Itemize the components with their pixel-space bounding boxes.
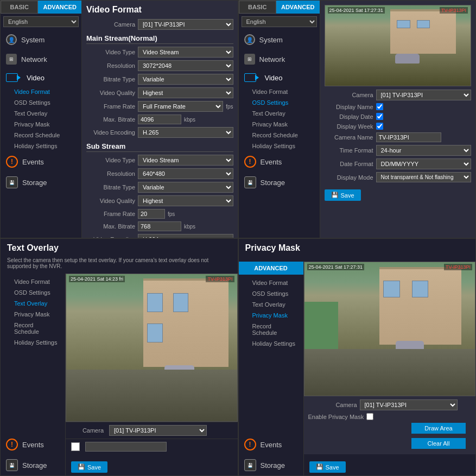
sub-video-encoding-label: Video Encoding — [86, 236, 135, 238]
sub-item-video-format-p1[interactable]: Video Format — [9, 86, 81, 97]
tab-advanced-p4[interactable]: ADVANCED — [239, 262, 303, 275]
draw-area-button[interactable]: Draw Area — [411, 423, 466, 434]
sub-item-holiday-p1[interactable]: Holiday Settings — [9, 141, 81, 151]
sidebar-item-storage-p1[interactable]: 💾 Storage — [1, 172, 81, 193]
video-icon-p1 — [6, 73, 18, 82]
display-date-checkbox[interactable] — [376, 113, 383, 120]
sub-item-privacy-mask-p2[interactable]: Privacy Mask — [247, 119, 320, 130]
save-button-p4[interactable]: 💾 Save — [309, 461, 346, 473]
bitrate-type-row-p1: Bitrate Type Variable — [86, 74, 233, 85]
sidebar-item-system-p1[interactable]: 👤 System — [1, 30, 81, 49]
building-window-p3-3 — [147, 323, 162, 342]
language-select-p2[interactable]: English — [242, 16, 317, 27]
sub-video-encoding-select[interactable]: H.264 — [138, 234, 233, 238]
enable-privacy-checkbox[interactable] — [366, 413, 373, 420]
sub-item-text-overlay-p3[interactable]: Text Overlay — [9, 298, 65, 309]
sidebar-item-storage-p2[interactable]: 💾 Storage — [239, 172, 320, 193]
sidebar-item-storage-p3[interactable]: 💾 Storage — [1, 455, 65, 475]
date-format-row: Date Format DD/MM/YYYY — [325, 158, 472, 169]
sub-video-type-select[interactable]: Video Stream — [138, 155, 233, 166]
tab-advanced-p1[interactable]: ADVANCED — [38, 1, 81, 14]
sub-item-text-overlay-p1[interactable]: Text Overlay — [9, 108, 81, 119]
sub-item-osd-p2[interactable]: OSD Settings — [247, 97, 320, 108]
sub-item-privacy-mask-p3[interactable]: Privacy Mask — [9, 309, 65, 320]
clear-all-button[interactable]: Clear All — [411, 438, 466, 449]
time-format-label: Time Format — [325, 147, 373, 154]
building-window-p4-2 — [412, 281, 428, 297]
save-icon-p4: 💾 — [316, 464, 323, 471]
sub-item-record-schedule-p1[interactable]: Record Schedule — [9, 130, 81, 141]
tab-basic-p1[interactable]: BASIC — [1, 1, 38, 14]
sub-item-video-format-p2[interactable]: Video Format — [247, 86, 320, 97]
sidebar-item-events-p4[interactable]: ! Events — [239, 434, 303, 455]
sub-max-bitrate-input[interactable] — [138, 221, 181, 231]
resolution-select-p1[interactable]: 3072*2048 — [138, 60, 233, 71]
sub-item-record-schedule-p4[interactable]: Record Schedule — [247, 321, 303, 338]
sub-frame-rate-unit: fps — [168, 211, 175, 217]
sub-item-holiday-p3[interactable]: Holiday Settings — [9, 337, 65, 348]
sub-item-video-format-p3[interactable]: Video Format — [9, 276, 65, 287]
camera-name-input[interactable] — [376, 132, 441, 142]
display-week-checkbox[interactable] — [376, 123, 383, 130]
save-bar-p3: 💾 Save — [66, 454, 238, 475]
sub-item-holiday-p4[interactable]: Holiday Settings — [247, 338, 303, 349]
events-icon-p4: ! — [244, 439, 256, 450]
sidebar-item-network-p1[interactable]: ⊞ Network — [1, 49, 81, 69]
sidebar-item-network-p2[interactable]: ⊞ Network — [239, 49, 320, 69]
frame-rate-select-p1[interactable]: Full Frame Rate — [138, 101, 223, 112]
sub-resolution-select[interactable]: 640*480 — [138, 168, 233, 179]
scene-bg-p2 — [325, 5, 471, 86]
sub-item-privacy-mask-p1[interactable]: Privacy Mask — [9, 119, 81, 130]
sub-item-osd-p4[interactable]: OSD Settings — [247, 288, 303, 299]
sidebar-item-events-p1[interactable]: ! Events — [1, 151, 81, 172]
sub-item-text-overlay-p4[interactable]: Text Overlay — [247, 299, 303, 310]
display-mode-select[interactable]: Not transparent & Not flashing — [376, 172, 472, 182]
tab-advanced-p2[interactable]: ADVANCED — [276, 1, 320, 14]
sub-item-holiday-p2[interactable]: Holiday Settings — [247, 141, 320, 151]
sidebar-label-events-p4: Events — [261, 441, 282, 449]
color-swatch-p3[interactable] — [71, 442, 80, 451]
save-button-p2[interactable]: 💾 Save — [325, 189, 361, 201]
text-overlay-input-p3[interactable] — [85, 442, 167, 452]
sidebar-item-video-p2[interactable]: Video — [239, 69, 320, 86]
sub-item-record-schedule-p2[interactable]: Record Schedule — [247, 130, 320, 141]
sub-item-osd-p1[interactable]: OSD Settings — [9, 97, 81, 108]
sidebar-item-system-p2[interactable]: 👤 System — [239, 30, 320, 49]
date-format-select[interactable]: DD/MM/YYYY — [376, 158, 472, 169]
camera-name-row: Camera Name — [325, 132, 472, 142]
bitrate-type-select-p1[interactable]: Variable — [138, 74, 233, 85]
building-window-1 — [397, 20, 410, 28]
sidebar-item-video-p1[interactable]: Video — [1, 69, 81, 86]
max-bitrate-input-p1[interactable] — [138, 115, 181, 124]
cam-timestamp-p3: 25-04-2021 Sat 14:23 fri — [69, 276, 125, 282]
tab-bar-p2: BASIC ADVANCED — [239, 1, 320, 14]
sub-item-text-overlay-p2[interactable]: Text Overlay — [247, 108, 320, 119]
sub-video-quality-select[interactable]: Highest — [138, 195, 233, 206]
video-type-select-p1[interactable]: Video Stream — [138, 47, 233, 58]
language-select-p1[interactable]: English — [3, 16, 79, 27]
camera-select-p2[interactable]: [01] TV-IP313PI — [376, 90, 472, 100]
sub-item-osd-p3[interactable]: OSD Settings — [9, 287, 65, 298]
video-encoding-select-p1[interactable]: H.265 — [138, 127, 233, 138]
video-quality-select-p1[interactable]: Highest — [138, 87, 233, 98]
sub-bitrate-type-select[interactable]: Variable — [138, 182, 233, 193]
camera-select-p4[interactable]: [01] TV-IP313PI — [360, 399, 458, 410]
sidebar-item-events-p3[interactable]: ! Events — [1, 434, 65, 455]
sidebar-label-storage-p1: Storage — [22, 179, 47, 187]
sub-frame-rate-input[interactable] — [138, 209, 165, 219]
display-name-checkbox[interactable] — [376, 103, 383, 110]
frame-rate-label-p1: Frame Rate — [86, 103, 135, 110]
display-week-label: Display Week — [325, 123, 373, 130]
tab-basic-p2[interactable]: BASIC — [239, 1, 276, 14]
sidebar-item-events-p2[interactable]: ! Events — [239, 151, 320, 172]
time-format-select[interactable]: 24-hour — [376, 145, 472, 156]
time-format-row: Time Format 24-hour — [325, 145, 472, 156]
sidebar-item-storage-p4[interactable]: 💾 Storage — [239, 455, 303, 475]
sub-item-video-format-p4[interactable]: Video Format — [247, 277, 303, 288]
sub-item-privacy-mask-p4[interactable]: Privacy Mask — [247, 310, 303, 321]
building-window-p4-1 — [383, 281, 399, 297]
camera-select-p1[interactable]: [01] TV-IP313PI — [138, 19, 233, 30]
save-button-p3[interactable]: 💾 Save — [71, 461, 107, 473]
camera-select-p3[interactable]: [01] TV-IP313PI — [109, 425, 207, 436]
sub-item-record-schedule-p3[interactable]: Record Schedule — [9, 320, 65, 337]
